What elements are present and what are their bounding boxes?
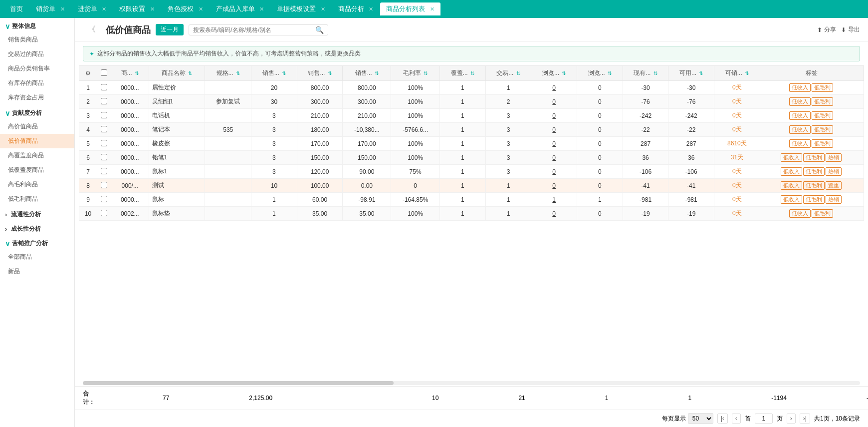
sidebar-item-high-coverage[interactable]: 高覆盖度商品	[0, 148, 74, 163]
sidebar-item-low-coverage[interactable]: 低覆盖度商品	[0, 163, 74, 177]
nav-analysis-list[interactable]: 商品分析列表 ✕	[380, 2, 440, 15]
row-checkbox-cell[interactable]	[97, 207, 111, 221]
browse-link[interactable]: 1	[552, 196, 556, 203]
nav-sales-close[interactable]: ✕	[60, 6, 65, 12]
row-browse1[interactable]: 0	[531, 81, 577, 95]
row-browse1[interactable]: 1	[531, 193, 577, 207]
row-checkbox-cell[interactable]	[97, 151, 111, 165]
nav-home[interactable]: 首页	[4, 2, 29, 15]
browse-link[interactable]: 0	[552, 210, 556, 217]
th-qty[interactable]: 销售... ⇅	[251, 66, 297, 81]
sidebar-section-marketing[interactable]: ∨ 营销推广分析	[0, 235, 74, 250]
nav-permissions[interactable]: 权限设置 ✕	[113, 2, 161, 15]
prev-page-btn[interactable]: ‹	[732, 414, 741, 424]
browse-link[interactable]: 0	[552, 182, 556, 189]
sidebar-item-low-value[interactable]: 低价值商品	[0, 134, 74, 148]
settings-icon[interactable]: ⚙	[85, 70, 91, 77]
sidebar-item-traded-products[interactable]: 交易过的商品	[0, 47, 74, 61]
th-browse1[interactable]: 浏览... ⇅	[531, 66, 577, 81]
th-name[interactable]: 商品名称 ⇅	[149, 66, 205, 81]
row-browse1[interactable]: 0	[531, 165, 577, 179]
row-checkbox[interactable]	[101, 84, 107, 90]
row-checkbox-cell[interactable]	[97, 95, 111, 109]
th-saleable[interactable]: 可销... ⇅	[714, 66, 760, 81]
sidebar-section-liquidity[interactable]: › 流通性分析	[0, 206, 74, 221]
row-checkbox-cell[interactable]	[97, 179, 111, 193]
sidebar-item-low-margin[interactable]: 低毛利商品	[0, 192, 74, 206]
nav-purchase-close[interactable]: ✕	[102, 6, 106, 12]
nav-role-auth[interactable]: 角色授权 ✕	[162, 2, 209, 15]
sidebar-section-growth[interactable]: › 成长性分析	[0, 221, 74, 235]
table-container[interactable]: ⚙ 商... ⇅ 商品名称 ⇅ 规格... ⇅ 销售... ⇅ 销售... ⇅ …	[75, 65, 868, 380]
browse-link[interactable]: 0	[552, 112, 556, 119]
nav-product-analysis[interactable]: 商品分析 ✕	[332, 2, 380, 15]
row-checkbox-cell[interactable]	[97, 109, 111, 123]
search-input[interactable]	[193, 26, 313, 33]
period-button[interactable]: 近一月	[156, 24, 184, 35]
row-checkbox[interactable]	[101, 154, 107, 160]
row-checkbox[interactable]	[101, 210, 107, 216]
nav-role-close[interactable]: ✕	[199, 6, 203, 12]
nav-analysis-close[interactable]: ✕	[369, 6, 373, 12]
row-checkbox[interactable]	[101, 140, 107, 146]
row-checkbox-cell[interactable]	[97, 81, 111, 95]
th-sales2[interactable]: 销售... ⇅	[343, 66, 391, 81]
collapse-sidebar-btn[interactable]: 《	[83, 23, 101, 36]
row-browse1[interactable]: 0	[531, 109, 577, 123]
nav-finished-close[interactable]: ✕	[259, 6, 264, 12]
th-spec[interactable]: 规格... ⇅	[205, 66, 251, 81]
th-sales1[interactable]: 销售... ⇅	[297, 66, 343, 81]
nav-finished-goods[interactable]: 产成品入库单 ✕	[210, 2, 270, 15]
row-checkbox[interactable]	[101, 182, 107, 188]
share-button[interactable]: ⬆ 分享	[817, 25, 836, 34]
row-browse1[interactable]: 0	[531, 95, 577, 109]
horizontal-scrollbar[interactable]	[83, 381, 860, 385]
th-trade[interactable]: 交易... ⇅	[485, 66, 531, 81]
row-browse1[interactable]: 0	[531, 207, 577, 221]
sidebar-item-inventory-capital[interactable]: 库存资金占用	[0, 90, 74, 105]
row-checkbox-cell[interactable]	[97, 123, 111, 137]
sidebar-item-high-margin[interactable]: 高毛利商品	[0, 177, 74, 192]
browse-link[interactable]: 0	[552, 98, 556, 105]
sidebar-item-stocked-products[interactable]: 有库存的商品	[0, 76, 74, 90]
row-browse1[interactable]: 0	[531, 151, 577, 165]
sidebar-section-contribution[interactable]: ∨ 贡献度分析	[0, 105, 74, 119]
row-checkbox[interactable]	[101, 126, 107, 132]
browse-link[interactable]: 0	[552, 84, 556, 91]
th-profit-rate[interactable]: 毛利率 ⇅	[391, 66, 440, 81]
row-checkbox[interactable]	[101, 168, 107, 174]
row-checkbox[interactable]	[101, 98, 107, 104]
select-all-checkbox[interactable]	[101, 69, 107, 76]
nav-sales[interactable]: 销货单 ✕	[30, 2, 71, 15]
th-coverage[interactable]: 覆盖... ⇅	[440, 66, 486, 81]
browse-link[interactable]: 0	[552, 126, 556, 133]
first-page-btn[interactable]: |‹	[717, 414, 728, 424]
th-current[interactable]: 现有... ⇅	[623, 66, 668, 81]
th-browse2[interactable]: 浏览... ⇅	[577, 66, 623, 81]
browse-link[interactable]: 0	[552, 154, 556, 161]
sidebar-item-high-value[interactable]: 高价值商品	[0, 119, 74, 134]
nav-template-close[interactable]: ✕	[321, 6, 325, 12]
per-page-select[interactable]: 50 100 200	[688, 413, 713, 424]
nav-purchase[interactable]: 进货单 ✕	[72, 2, 113, 15]
row-browse1[interactable]: 0	[531, 123, 577, 137]
row-checkbox-cell[interactable]	[97, 193, 111, 207]
nav-template-settings[interactable]: 单据模板设置 ✕	[271, 2, 331, 15]
row-checkbox[interactable]	[101, 112, 107, 118]
page-number-input[interactable]	[755, 414, 773, 424]
th-checkbox[interactable]	[97, 66, 111, 81]
row-checkbox[interactable]	[101, 196, 107, 202]
th-code[interactable]: 商... ⇅	[111, 66, 149, 81]
row-checkbox-cell[interactable]	[97, 165, 111, 179]
browse-link[interactable]: 0	[552, 168, 556, 175]
browse-link[interactable]: 0	[552, 140, 556, 147]
next-page-btn[interactable]: ›	[787, 414, 796, 424]
row-browse1[interactable]: 0	[531, 137, 577, 151]
last-page-btn[interactable]: ›|	[800, 414, 810, 424]
search-icon[interactable]: 🔍	[315, 26, 324, 34]
export-button[interactable]: ⬇ 导出	[841, 25, 860, 34]
row-browse1[interactable]: 0	[531, 179, 577, 193]
sidebar-section-overall[interactable]: ∨ 整体信息	[0, 18, 74, 32]
sidebar-item-sales-products[interactable]: 销售类商品	[0, 32, 74, 47]
sidebar-item-category-sales-rate[interactable]: 商品分类销售率	[0, 61, 74, 76]
